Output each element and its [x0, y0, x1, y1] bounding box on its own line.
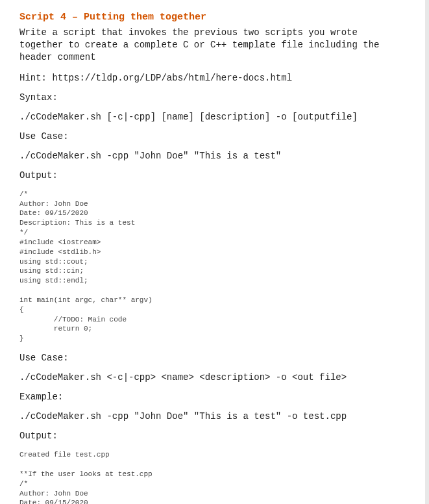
script-title: Script 4 – Putting them together	[19, 12, 406, 23]
usecase-label-2: Use Case:	[19, 353, 406, 363]
usecase-line-1: ./cCodeMaker.sh -cpp "John Doe" "This is…	[19, 151, 406, 161]
syntax-label: Syntax:	[19, 92, 406, 103]
example-label: Example:	[19, 392, 406, 402]
usecase-line-2: ./cCodeMaker.sh <-c|-cpp> <name> <descri…	[19, 372, 406, 383]
hint-line: Hint: https://tldp.org/LDP/abs/html/here…	[19, 73, 406, 83]
output-block-1: /* Author: John Doe Date: 09/15/2020 Des…	[19, 190, 406, 344]
usecase-label-1: Use Case:	[19, 131, 406, 142]
output-block-2: Created file test.cpp **If the user look…	[19, 450, 406, 504]
syntax-line: ./cCodeMaker.sh [-c|-cpp] [name] [descri…	[19, 112, 406, 122]
output-label-2: Output:	[19, 431, 406, 441]
document-page: Script 4 – Putting them together Write a…	[0, 0, 429, 504]
intro-paragraph: Write a script that invokes the previous…	[19, 27, 406, 64]
output-label-1: Output:	[19, 170, 406, 181]
example-line: ./cCodeMaker.sh -cpp "John Doe" "This is…	[19, 411, 406, 422]
